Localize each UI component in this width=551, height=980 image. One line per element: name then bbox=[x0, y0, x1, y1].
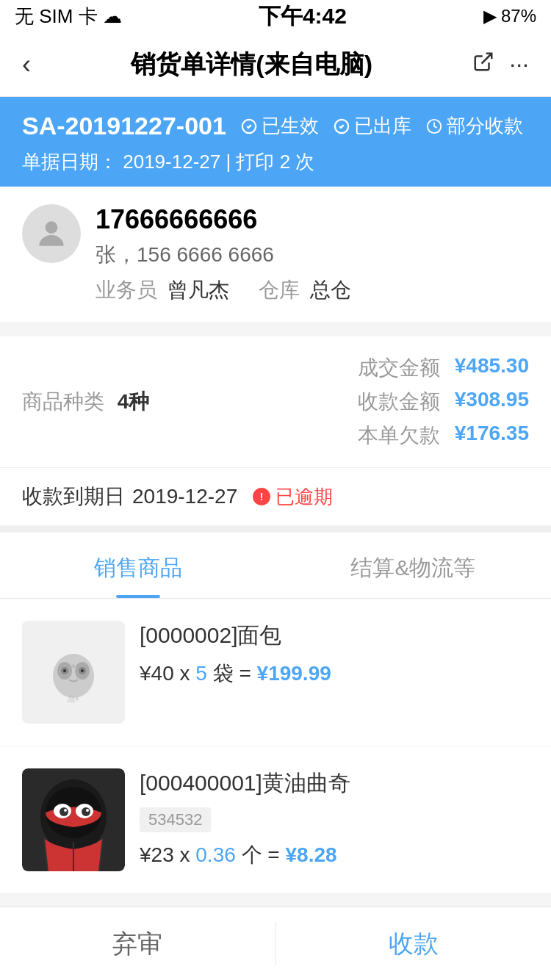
tab-settlement-label: 结算&物流等 bbox=[350, 555, 475, 580]
amount-value: ¥485.30 bbox=[455, 354, 529, 382]
received-line: 收款金额 ¥308.95 bbox=[358, 388, 529, 416]
svg-text:!: ! bbox=[260, 490, 264, 502]
product-details-1: [0000002]面包 ¥40 x 5 袋 = ¥199.99 bbox=[140, 621, 529, 688]
type-label: 商品种类 bbox=[22, 390, 104, 413]
svg-point-23 bbox=[82, 807, 90, 816]
bottom-bar: 弃审 收款 bbox=[0, 907, 551, 980]
amount-label: 成交金额 bbox=[358, 354, 440, 382]
price-unit-1: ¥40 bbox=[140, 662, 174, 685]
total-1: ¥199.99 bbox=[257, 662, 331, 685]
svg-point-22 bbox=[60, 807, 68, 816]
customer-info: 17666666666 张，156 6666 6666 业务员 曾凡杰 仓库 总… bbox=[96, 204, 529, 304]
print-info: | 打印 2 次 bbox=[226, 151, 314, 173]
page-title: 销货单详情(来自电脑) bbox=[131, 48, 372, 82]
equals-2: = bbox=[267, 843, 285, 866]
order-header: SA-20191227-001 已生效 已出库 部分收款 单据日期： 2019-… bbox=[0, 97, 551, 187]
due-date-label: 收款到期日 bbox=[22, 483, 125, 511]
date-label: 单据日期： bbox=[22, 151, 118, 173]
customer-meta: 业务员 曾凡杰 仓库 总仓 bbox=[96, 276, 529, 304]
summary-section: 商品种类 4种 成交金额 ¥485.30 收款金额 ¥308.95 本单欠款 ¥… bbox=[0, 336, 551, 467]
order-date-row: 单据日期： 2019-12-27 | 打印 2 次 bbox=[22, 149, 529, 175]
staff-item: 业务员 曾凡杰 bbox=[96, 276, 229, 304]
warehouse-label: 仓库 bbox=[259, 278, 300, 301]
unit-1: 袋 bbox=[213, 662, 234, 685]
price-x-2: x bbox=[180, 843, 196, 866]
svg-point-13 bbox=[63, 669, 66, 672]
total-2: ¥8.28 bbox=[285, 843, 336, 866]
confirm-button[interactable]: 收款 bbox=[276, 907, 552, 980]
status-shipped: 已出库 bbox=[334, 113, 411, 139]
due-date-value: 2019-12-27 bbox=[132, 485, 237, 508]
svg-point-4 bbox=[46, 221, 58, 234]
order-id-row: SA-20191227-001 已生效 已出库 部分收款 bbox=[22, 112, 529, 140]
product-list: 品+ [0000002]面包 ¥40 x 5 袋 = ¥199.99 bbox=[0, 599, 551, 894]
unit-2: 个 bbox=[242, 843, 262, 866]
price-x-1: x bbox=[180, 662, 196, 685]
product-type: 商品种类 4种 bbox=[22, 388, 149, 416]
customer-name-phone: 张，156 6666 6666 bbox=[96, 241, 529, 269]
status-effective: 已生效 bbox=[241, 113, 319, 139]
tabs: 销售商品 结算&物流等 bbox=[0, 533, 551, 599]
owed-label: 本单欠款 bbox=[358, 422, 440, 450]
status-time: 下午4:42 bbox=[259, 1, 347, 32]
due-date-section: 收款到期日 2019-12-27 ! 已逾期 bbox=[0, 467, 551, 533]
status-bar: 无 SIM 卡 ☁ 下午4:42 ▶ 87% bbox=[0, 0, 551, 32]
cancel-button[interactable]: 弃审 bbox=[0, 907, 276, 980]
product-price-2: ¥23 x 0.36 个 = ¥8.28 bbox=[140, 841, 529, 869]
status-partial-label: 部分收款 bbox=[447, 113, 523, 139]
price-unit-2: ¥23 bbox=[140, 843, 174, 866]
status-partial: 部分收款 bbox=[426, 113, 523, 139]
svg-text:品+: 品+ bbox=[68, 695, 79, 703]
product-sku-2: 534532 bbox=[140, 807, 211, 832]
overdue-text: 已逾期 bbox=[276, 484, 333, 510]
battery-icon: ▶ bbox=[483, 6, 497, 26]
product-image-2 bbox=[22, 768, 125, 871]
received-label: 收款金额 bbox=[358, 388, 440, 416]
product-name-1: [0000002]面包 bbox=[140, 621, 529, 651]
tab-products-label: 销售商品 bbox=[94, 555, 182, 580]
tab-products[interactable]: 销售商品 bbox=[0, 533, 276, 598]
nav-actions: ··· bbox=[472, 51, 529, 79]
order-date: 2019-12-27 bbox=[123, 151, 220, 173]
amount-details: 成交金额 ¥485.30 收款金额 ¥308.95 本单欠款 ¥176.35 bbox=[358, 354, 529, 450]
type-value: 4种 bbox=[118, 390, 150, 413]
more-icon[interactable]: ··· bbox=[509, 51, 529, 78]
order-id: SA-20191227-001 bbox=[22, 112, 226, 140]
status-effective-label: 已生效 bbox=[262, 113, 319, 139]
warehouse-item: 仓库 总仓 bbox=[259, 276, 351, 304]
svg-point-24 bbox=[64, 809, 67, 812]
qty-1: 5 bbox=[195, 662, 207, 685]
warehouse-value: 总仓 bbox=[310, 278, 351, 301]
svg-line-0 bbox=[482, 53, 492, 63]
product-details-2: [000400001]黄油曲奇 534532 ¥23 x 0.36 个 = ¥8… bbox=[140, 768, 529, 869]
product-image-1: 品+ bbox=[22, 621, 125, 724]
amount-line: 成交金额 ¥485.30 bbox=[358, 354, 529, 382]
staff-label: 业务员 bbox=[96, 278, 157, 301]
equals-1: = bbox=[239, 662, 256, 685]
customer-id: 17666666666 bbox=[96, 204, 529, 235]
nav-bar: ‹ 销货单详情(来自电脑) ··· bbox=[0, 32, 551, 97]
product-price-1: ¥40 x 5 袋 = ¥199.99 bbox=[140, 660, 529, 688]
staff-value: 曾凡杰 bbox=[168, 278, 229, 301]
owed-line: 本单欠款 ¥176.35 bbox=[358, 422, 529, 450]
svg-point-25 bbox=[86, 809, 89, 812]
product-item: [000400001]黄油曲奇 534532 ¥23 x 0.36 个 = ¥8… bbox=[0, 746, 551, 894]
customer-avatar bbox=[22, 204, 81, 263]
status-shipped-label: 已出库 bbox=[354, 113, 411, 139]
customer-section: 17666666666 张，156 6666 6666 业务员 曾凡杰 仓库 总… bbox=[0, 187, 551, 322]
svg-point-14 bbox=[81, 669, 84, 672]
back-button[interactable]: ‹ bbox=[22, 49, 31, 80]
battery-percent: 87% bbox=[501, 6, 536, 26]
status-left: 无 SIM 卡 ☁ bbox=[15, 4, 122, 29]
summary-row: 商品种类 4种 成交金额 ¥485.30 收款金额 ¥308.95 本单欠款 ¥… bbox=[22, 354, 529, 450]
product-item: 品+ [0000002]面包 ¥40 x 5 袋 = ¥199.99 bbox=[0, 599, 551, 746]
received-value: ¥308.95 bbox=[455, 388, 529, 416]
tab-settlement[interactable]: 结算&物流等 bbox=[276, 533, 551, 598]
overdue-badge: ! 已逾期 bbox=[252, 484, 333, 510]
product-name-2: [000400001]黄油曲奇 bbox=[140, 768, 529, 799]
share-icon[interactable] bbox=[472, 51, 494, 79]
qty-2: 0.36 bbox=[195, 843, 236, 866]
owed-value: ¥176.35 bbox=[455, 422, 529, 450]
status-right: ▶ 87% bbox=[483, 6, 536, 26]
